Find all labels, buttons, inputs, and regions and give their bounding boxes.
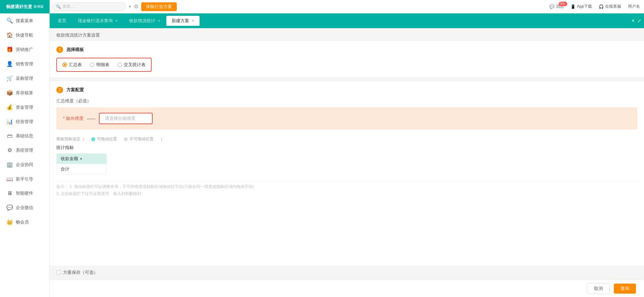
sidebar-item-smart-hw[interactable]: 🖥 智能硬件 xyxy=(0,186,49,200)
radio-cross[interactable]: 交叉统计表 xyxy=(117,62,146,68)
top-bar-right: 💬 消息 99+ 📱 App下载 🎧 在线客服 用户名 xyxy=(549,4,640,9)
search-placeholder: 搜索... xyxy=(62,4,74,9)
settings-icon[interactable]: ⚙ xyxy=(134,3,139,10)
vertical-dim-placeholder: 请选择分组维度 xyxy=(105,116,136,121)
no-drag-badge: 不可拖动位置 xyxy=(124,136,154,142)
vertical-dim-select[interactable]: 请选择分组维度 xyxy=(99,113,153,124)
box-icon: 📦 xyxy=(6,90,13,96)
tab-cash-bank[interactable]: 现金银行流水查询 × xyxy=(72,16,123,26)
sidebar-label-operations: 经营管理 xyxy=(16,119,33,125)
drag-badge: 可拖动位置 xyxy=(91,136,117,142)
person-icon: 👤 xyxy=(6,61,13,67)
radio-summary[interactable]: 汇总表 xyxy=(62,62,82,68)
indicator-col-label: 收款金额 xyxy=(61,156,78,162)
tab-bar-controls: × ⤢ xyxy=(632,18,641,24)
app-edition: 标准版 xyxy=(34,4,44,9)
tab-new-plan[interactable]: 新建方案 × xyxy=(166,16,200,26)
sidebar-item-purchase[interactable]: 🛒 采购管理 xyxy=(0,71,49,86)
indicators-label-row: 模板指标设定（ 可拖动位置 不可拖动位置 ） xyxy=(56,136,637,142)
wechat-icon: 💬 xyxy=(6,204,13,211)
radio-cross-circle xyxy=(117,62,122,67)
query-button[interactable]: 查询 xyxy=(614,284,636,294)
sidebar-item-member[interactable]: 👑 畅会员 xyxy=(0,215,49,229)
top-bar: 畅捷通好生意 标准版 🔍 搜索... ▾ ⚙ 体验行业方案 💬 消息 99+ 📱… xyxy=(0,0,644,13)
sidebar-item-wechat[interactable]: 💬 企业微信 xyxy=(0,200,49,215)
money-icon: 💰 xyxy=(6,104,13,110)
indicator-dropdown-icon[interactable]: ▾ xyxy=(80,157,82,161)
tab-expand-icon[interactable]: ⤢ xyxy=(637,18,641,23)
message-icon: 💬 xyxy=(549,4,554,9)
sidebar-item-beginner[interactable]: 📖 新手引导 xyxy=(0,172,49,186)
indicators-close-paren: ） xyxy=(160,136,164,142)
sidebar-label-member: 畅会员 xyxy=(16,219,29,225)
sidebar-item-search-menu[interactable]: 🔍 搜索菜单 xyxy=(0,13,49,28)
tab-home[interactable]: 首页 xyxy=(52,16,72,26)
vertical-dim-label: * 纵向维度 xyxy=(63,115,84,121)
cart-icon: 🛒 xyxy=(6,75,13,82)
tab-collection-stats[interactable]: 收款情况统计 × xyxy=(124,16,166,26)
save-plan-checkbox[interactable] xyxy=(56,270,61,275)
bottom-action-bar: 取消 查询 xyxy=(50,280,644,297)
cancel-button[interactable]: 取消 xyxy=(587,283,610,294)
sidebar-label-smart-hw: 智能硬件 xyxy=(16,190,33,196)
home-icon: 🏠 xyxy=(6,32,13,38)
template-select-box: 汇总表 明细表 交叉统计表 xyxy=(56,58,152,72)
sidebar-label-wechat: 企业微信 xyxy=(16,205,33,211)
step1-number: 1 xyxy=(56,46,63,53)
step2-label: 2 方案配置 xyxy=(56,87,637,93)
sidebar-label-beginner: 新手引导 xyxy=(16,176,33,182)
tip-2: 2. 点击标题栏下拉可设置排序、插入列和删除列 xyxy=(56,191,637,197)
step2-number: 2 xyxy=(56,87,63,93)
sidebar-item-finance[interactable]: 💰 资金管理 xyxy=(0,100,49,114)
dimension-area: * 纵向维度 —— 请选择分组维度 xyxy=(56,107,637,130)
save-plan-label: 方案保存（可选） xyxy=(63,269,98,276)
chart-icon: 📊 xyxy=(6,118,13,125)
indicator-header[interactable]: 收款金额 ▾ xyxy=(57,154,106,164)
online-service-area[interactable]: 🎧 在线客服 xyxy=(599,4,621,9)
notification-area[interactable]: 💬 消息 99+ xyxy=(549,4,564,9)
tab-cash-bank-close[interactable]: × xyxy=(115,18,118,23)
indicator-table: 收款金额 ▾ 合计 xyxy=(56,153,107,175)
save-plan-checkbox-label[interactable]: 方案保存（可选） xyxy=(56,269,98,276)
sidebar-item-system[interactable]: ⚙ 系统管理 xyxy=(0,143,49,157)
app-logo: 畅捷通好生意 xyxy=(6,4,32,10)
step1-label: 1 选择模板 xyxy=(56,46,637,53)
sidebar-label-marketing: 营销推广 xyxy=(16,47,33,53)
tab-cash-bank-label: 现金银行流水查询 xyxy=(78,18,113,24)
tab-bar: 首页 现金银行流水查询 × 收款情况统计 × 新建方案 × × ⤢ xyxy=(50,13,644,28)
database-icon: 🗃 xyxy=(6,133,13,139)
tab-collection-stats-label: 收款情况统计 xyxy=(129,18,155,24)
drag-dot-green xyxy=(91,137,95,141)
step1-section: 1 选择模板 汇总表 明细表 xyxy=(50,41,644,77)
sidebar-item-marketing[interactable]: 🎁 营销推广 xyxy=(0,42,49,57)
tab-collection-stats-close[interactable]: × xyxy=(158,18,160,23)
sidebar-item-enterprise[interactable]: 🏢 企业协同 xyxy=(0,157,49,172)
content-area: 首页 现金银行流水查询 × 收款情况统计 × 新建方案 × × ⤢ 收 xyxy=(50,13,644,297)
sidebar-item-basic-info[interactable]: 🗃 基础信息 xyxy=(0,129,49,143)
template-radio-group: 汇总表 明细表 交叉统计表 xyxy=(62,62,146,68)
trial-button[interactable]: 体验行业方案 xyxy=(141,2,177,11)
radio-detail[interactable]: 明细表 xyxy=(90,62,109,68)
username-label: 用户名 xyxy=(628,4,640,9)
download-label: App下载 xyxy=(577,4,592,9)
vertical-dim-row: * 纵向维度 —— 请选择分组维度 xyxy=(63,113,631,124)
tab-close-all-icon[interactable]: × xyxy=(632,18,635,24)
breadcrumb-text: 收款情况统计方案设置 xyxy=(56,33,100,38)
sidebar-label-purchase: 采购管理 xyxy=(16,76,33,82)
tab-new-plan-close[interactable]: × xyxy=(192,18,194,23)
step2-title: 方案配置 xyxy=(66,87,84,93)
monitor-icon: 🖥 xyxy=(6,190,13,196)
search-chevron-icon[interactable]: ▾ xyxy=(129,4,131,9)
sidebar-item-sales[interactable]: 👤 销售管理 xyxy=(0,57,49,71)
page-content: 收款情况统计方案设置 1 选择模板 汇总表 明 xyxy=(50,28,644,280)
sidebar-label-enterprise: 企业协同 xyxy=(16,162,33,168)
sidebar-item-quick-nav[interactable]: 🏠 快捷导航 xyxy=(0,28,49,42)
indicators-title-text: 模板指标设定（ xyxy=(56,136,85,142)
app-download-area[interactable]: 📱 App下载 xyxy=(571,4,592,9)
sidebar-item-operations[interactable]: 📊 经营管理 xyxy=(0,114,49,129)
top-search-bar[interactable]: 🔍 搜索... xyxy=(52,2,126,11)
summary-dim-title: 汇总维度（必选） xyxy=(56,98,637,104)
no-drag-label: 不可拖动位置 xyxy=(129,136,154,142)
sidebar-item-inventory[interactable]: 📦 库存核算 xyxy=(0,86,49,100)
enterprise-icon: 🏢 xyxy=(6,161,13,168)
